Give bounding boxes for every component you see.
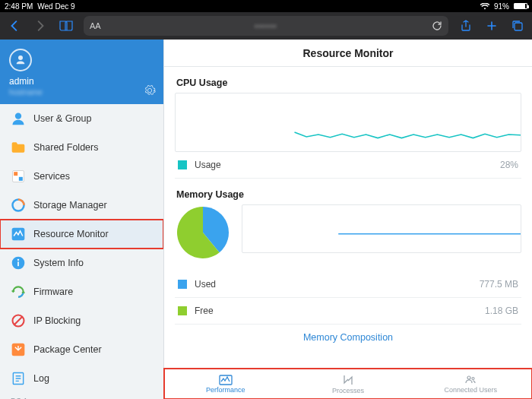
sidebar-username: admin (9, 76, 154, 87)
svg-point-9 (17, 259, 19, 261)
memory-composition-link[interactable]: Memory Composition (175, 325, 521, 349)
services-icon (11, 169, 26, 184)
tab-label: Performance (206, 386, 245, 394)
processes-icon (342, 374, 354, 386)
gear-icon[interactable] (144, 84, 156, 97)
sidebar-list[interactable]: User & Group Shared Folders Services Sto… (0, 104, 163, 399)
ios-status-bar: 2:48 PM Wed Dec 9 91% (0, 0, 532, 12)
status-time: 2:48 PM (5, 2, 33, 11)
tab-connected-users[interactable]: Connected Users (410, 369, 532, 399)
tab-label: Processes (332, 387, 364, 394)
cpu-usage-value: 28% (500, 160, 518, 170)
sidebar-item-firmware[interactable]: Firmware (0, 277, 163, 306)
firmware-icon (11, 284, 26, 299)
url-bar[interactable]: AA ▪▪▪▪▪▪ (84, 16, 448, 36)
sidebar-item-system-info[interactable]: System Info (0, 249, 163, 277)
log-icon (11, 371, 26, 386)
sidebar-item-label: System Info (33, 258, 84, 268)
info-icon (11, 255, 26, 271)
sidebar-item-label: Services (33, 171, 70, 182)
text-size-button[interactable]: AA (90, 21, 101, 30)
page-title: Resource Monitor (164, 40, 532, 67)
status-date: Wed Dec 9 (37, 2, 74, 11)
svg-rect-3 (14, 172, 17, 176)
memory-used-row: Used 777.5 MB (175, 271, 521, 298)
memory-free-label: Free (195, 306, 214, 316)
sidebar-header: admin hostname (0, 40, 163, 104)
memory-free-value: 1.18 GB (485, 306, 518, 316)
tab-processes[interactable]: Processes (287, 369, 409, 399)
sidebar-item-label: Shared Folders (33, 142, 98, 153)
sidebar-item-label: Storage Manager (33, 200, 107, 211)
tab-label: Connected Users (445, 386, 498, 394)
connected-users-icon (464, 375, 477, 385)
safari-toolbar: AA ▪▪▪▪▪▪ (0, 12, 532, 40)
memory-used-value: 777.5 MB (480, 279, 518, 290)
wifi-icon (480, 3, 489, 10)
block-icon (11, 313, 26, 328)
main-panel: Resource Monitor CPU Usage Usage 28% Mem… (164, 40, 532, 399)
reload-button[interactable] (432, 21, 442, 31)
svg-rect-0 (515, 23, 522, 30)
sidebar-item-services[interactable]: Services (0, 162, 163, 191)
bottom-tabs: Performance Processes Connected Users (164, 369, 532, 399)
performance-icon (219, 375, 233, 385)
new-tab-button[interactable] (483, 17, 500, 34)
resource-monitor-icon (11, 226, 26, 242)
memory-pie (175, 204, 231, 261)
battery-icon (514, 3, 527, 9)
battery-pct: 91% (494, 2, 509, 11)
tab-performance[interactable]: Performance (164, 369, 287, 399)
share-button[interactable] (458, 17, 474, 34)
svg-point-1 (15, 113, 21, 119)
sidebar-section-ds-apps: DS Apps (0, 393, 163, 399)
folder-icon (11, 140, 26, 155)
cpu-legend-label: Usage (195, 160, 221, 170)
memory-free-row: Free 1.18 GB (175, 298, 521, 325)
sidebar-item-label: Package Center (33, 344, 102, 355)
sidebar-item-label: Resource Monitor (33, 229, 109, 239)
cpu-heading: CPU Usage (175, 67, 521, 93)
forward-button[interactable] (32, 17, 49, 34)
sidebar-item-package-center[interactable]: Package Center (0, 335, 163, 364)
sidebar-item-user-group[interactable]: User & Group (0, 104, 163, 133)
sidebar-item-label: Firmware (33, 287, 73, 297)
memory-free-swatch (178, 306, 187, 315)
sidebar-item-label: User & Group (33, 113, 91, 124)
memory-used-swatch (178, 280, 187, 289)
sidebar-item-log[interactable]: Log (0, 364, 163, 393)
sidebar-item-label: IP Blocking (33, 315, 81, 326)
sidebar-hostname: hostname (9, 88, 154, 97)
content-scroll[interactable]: CPU Usage Usage 28% Memory Usage (164, 67, 532, 369)
storage-icon (11, 198, 26, 213)
svg-rect-8 (17, 261, 19, 266)
cpu-legend-row: Usage 28% (175, 152, 521, 179)
avatar-icon (9, 49, 32, 71)
cpu-swatch (178, 160, 187, 169)
memory-chart (242, 204, 521, 253)
sidebar-item-resource-monitor[interactable]: Resource Monitor (0, 220, 163, 249)
bookmarks-button[interactable] (58, 17, 74, 34)
sidebar-item-label: Log (33, 373, 49, 384)
user-group-icon (11, 111, 26, 126)
url-host: ▪▪▪▪▪▪ (255, 21, 277, 30)
cpu-chart (175, 93, 521, 152)
sidebar-item-shared-folders[interactable]: Shared Folders (0, 133, 163, 162)
svg-rect-4 (19, 177, 23, 181)
back-button[interactable] (6, 17, 23, 34)
package-icon (11, 342, 26, 357)
sidebar-item-storage-manager[interactable]: Storage Manager (0, 191, 163, 220)
memory-heading: Memory Usage (175, 179, 521, 204)
sidebar-item-ip-blocking[interactable]: IP Blocking (0, 306, 163, 335)
memory-used-label: Used (195, 279, 216, 290)
tabs-button[interactable] (509, 17, 526, 34)
sidebar: admin hostname User & Group Shared Folde… (0, 40, 164, 399)
